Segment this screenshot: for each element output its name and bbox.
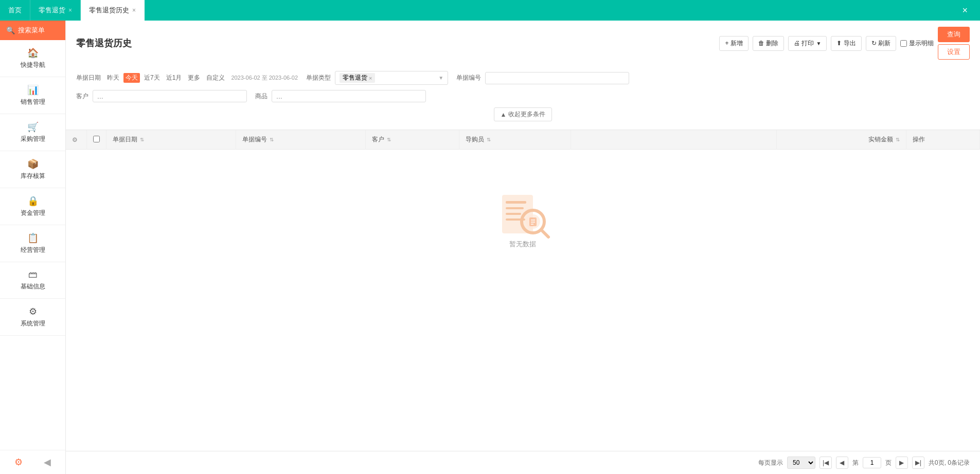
shortcut-today[interactable]: 今天 — [123, 73, 140, 83]
shortcut-custom[interactable]: 自定义 — [204, 73, 227, 83]
select-all-checkbox[interactable] — [93, 136, 100, 142]
bill-date-sort-icon[interactable]: ⇅ — [140, 137, 144, 142]
th-spacer — [571, 130, 776, 150]
sidebar-search[interactable]: 🔍 搜索菜单 — [0, 21, 65, 40]
settings-bottom-icon[interactable]: ⚙ — [14, 457, 23, 468]
query-button[interactable]: 查询 — [938, 27, 970, 42]
collapse-row: ▲ 收起更多条件 — [76, 107, 970, 130]
finance-icon: 🔒 — [27, 195, 39, 207]
page-input[interactable] — [863, 457, 881, 468]
filter-area: 单据日期 昨天 今天 近7天 近1月 更多 自定义 2023-06-02 至 2… — [76, 66, 970, 130]
sales-icon: 📊 — [27, 84, 39, 96]
page-label: 第 — [852, 459, 859, 467]
th-customer-label: 客户 — [372, 136, 384, 143]
system-label: 系统管理 — [21, 319, 45, 328]
table-body: 暂无数据 — [66, 150, 980, 290]
th-bill-no-label: 单据编号 — [242, 136, 267, 143]
collapse-filter-button[interactable]: ▲ 收起更多条件 — [494, 107, 553, 121]
page-size-select[interactable]: 10 20 50 100 — [787, 457, 815, 469]
query-settings-group: 查询 设置 — [938, 27, 970, 60]
print-button[interactable]: 🖨 打印 ▼ — [788, 36, 827, 51]
inventory-icon: 📦 — [27, 158, 39, 170]
export-button[interactable]: ⬆ 导出 — [831, 36, 861, 51]
prev-page-button[interactable]: ◀ — [836, 457, 848, 469]
shortcut-yesterday[interactable]: 昨天 — [105, 73, 121, 83]
customer-dots: ... — [97, 92, 103, 100]
tab-home[interactable]: 首页 — [0, 0, 30, 21]
customer-filter-label: 客户 — [76, 92, 88, 101]
bill-no-label: 单据编号 — [456, 74, 481, 82]
bill-type-tag-text: 零售退货 — [343, 74, 367, 82]
collapse-sidebar-icon[interactable]: ◀ — [44, 457, 51, 468]
th-bill-no: 单据编号 ⇅ — [236, 130, 365, 150]
th-customer: 客户 ⇅ — [365, 130, 459, 150]
sidebar-item-quick-nav[interactable]: 🏠 快捷导航 — [0, 40, 65, 77]
customer-filter: 客户 ... — [76, 90, 247, 102]
page-suffix: 页 — [885, 459, 892, 467]
goods-select[interactable]: ... — [272, 90, 426, 102]
print-button-label: 🖨 打印 — [794, 39, 814, 48]
operations-icon: 📋 — [27, 232, 39, 244]
sales-label: 销售管理 — [21, 98, 45, 106]
customer-sort-icon[interactable]: ⇅ — [387, 137, 391, 142]
table-container: ⚙ 单据日期 ⇅ 单据编号 ⇅ — [66, 130, 980, 451]
empty-state: 暂无数据 — [66, 150, 980, 290]
settings-button[interactable]: 设置 — [938, 44, 970, 60]
system-icon: ⚙ — [29, 306, 37, 317]
sidebar-item-inventory[interactable]: 📦 库存核算 — [0, 151, 65, 188]
quick-nav-label: 快捷导航 — [21, 61, 45, 69]
first-page-button[interactable]: |◀ — [819, 457, 832, 469]
bill-type-select[interactable]: 零售退货 × ▼ — [335, 71, 448, 85]
bill-no-filter: 单据编号 — [456, 72, 629, 84]
table-header-row: ⚙ 单据日期 ⇅ 单据编号 ⇅ — [66, 130, 980, 150]
last-page-button[interactable]: ▶| — [912, 457, 924, 469]
page-title-row: 零售退货历史 + 新增 🗑 删除 🖨 打印 ▼ ⬆ 导出 — [76, 27, 970, 60]
bill-type-dropdown-icon: ▼ — [438, 75, 443, 81]
sidebar-item-purchase[interactable]: 🛒 采购管理 — [0, 114, 65, 151]
sidebar-item-finance[interactable]: 🔒 资金管理 — [0, 188, 65, 225]
sidebar: 🔍 搜索菜单 🏠 快捷导航 📊 销售管理 🛒 采购管理 📦 库存核算 🔒 资金管… — [0, 21, 66, 474]
shortcut-7days[interactable]: 近7天 — [142, 73, 162, 83]
th-bill-date: 单据日期 ⇅ — [106, 130, 236, 150]
actual-amount-sort-icon[interactable]: ⇅ — [896, 137, 900, 142]
bill-type-filter: 单据类型 零售退货 × ▼ — [306, 71, 448, 85]
basic-info-label: 基础信息 — [21, 282, 45, 291]
new-button[interactable]: + 新增 — [719, 36, 748, 51]
bill-no-input[interactable] — [485, 72, 629, 84]
sidebar-item-system[interactable]: ⚙ 系统管理 — [0, 299, 65, 336]
collapse-label: 收起更多条件 — [508, 110, 545, 119]
next-page-button[interactable]: ▶ — [896, 457, 908, 469]
sidebar-item-operations[interactable]: 📋 经营管理 — [0, 225, 65, 262]
customer-select[interactable]: ... — [93, 90, 247, 102]
table-settings-icon[interactable]: ⚙ — [72, 136, 78, 143]
goods-dots: ... — [276, 92, 282, 100]
sidebar-item-sales[interactable]: 📊 销售管理 — [0, 77, 65, 114]
display-detail-label: 显示明细 — [909, 39, 934, 48]
th-actual-amount-label: 实销金额 — [868, 136, 893, 143]
delete-button[interactable]: 🗑 删除 — [753, 36, 784, 51]
sidebar-item-basic-info[interactable]: 🗃 基础信息 — [0, 262, 65, 299]
refresh-button[interactable]: ↻ 刷新 — [866, 36, 896, 51]
display-detail-checkbox[interactable] — [900, 40, 907, 47]
tab-retail-return-history[interactable]: 零售退货历史 × — [81, 0, 145, 21]
header-actions: + 新增 🗑 删除 🖨 打印 ▼ ⬆ 导出 ↻ 刷新 — [719, 27, 970, 60]
close-window-button[interactable]: × — [958, 5, 972, 16]
guide-sort-icon[interactable]: ⇅ — [487, 137, 491, 142]
quick-nav-icon: 🏠 — [27, 47, 39, 59]
shortcut-more[interactable]: 更多 — [186, 73, 202, 83]
tab-retail-return-close[interactable]: × — [68, 7, 72, 14]
tab-retail-return-history-close[interactable]: × — [132, 7, 136, 14]
shortcut-1month[interactable]: 近1月 — [164, 73, 184, 83]
purchase-label: 采购管理 — [21, 135, 45, 143]
svg-rect-3 — [506, 213, 521, 215]
tab-retail-return[interactable]: 零售退货 × — [30, 0, 81, 21]
bill-type-remove[interactable]: × — [369, 75, 372, 81]
th-guide-label: 导购员 — [466, 136, 484, 143]
tab-home-label: 首页 — [8, 6, 22, 15]
inventory-label: 库存核算 — [21, 172, 45, 180]
th-actions: 操作 — [906, 130, 979, 150]
bill-no-sort-icon[interactable]: ⇅ — [270, 137, 274, 142]
goods-filter-label: 商品 — [255, 92, 268, 101]
empty-state-cell: 暂无数据 — [66, 150, 980, 290]
data-table: ⚙ 单据日期 ⇅ 单据编号 ⇅ — [66, 130, 980, 290]
